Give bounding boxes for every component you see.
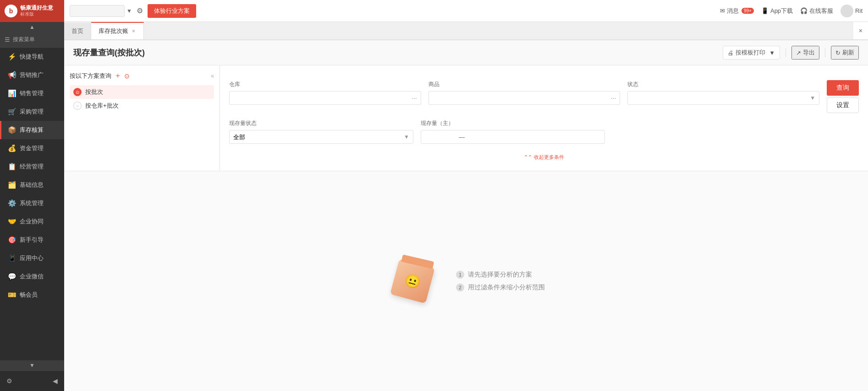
inventory-status-chevron-icon: ▼	[404, 134, 409, 140]
status-select[interactable]: 全部 正常 停用	[632, 94, 808, 101]
add-scheme-button[interactable]: ＋	[114, 71, 121, 81]
inventory-status-select-wrap[interactable]: 全部 ▼	[229, 130, 413, 144]
sidebar-item-marketing[interactable]: 📢 营销推广	[0, 66, 64, 84]
settings-footer-button[interactable]: ⚙	[5, 375, 14, 386]
sidebar: b 畅康通好生意 标准版 ▲ ☰ 搜索菜单 ⚡ 快捷导航 📢 营销推广 📊 销售…	[0, 0, 64, 391]
scroll-up-arrow[interactable]: ▲	[0, 22, 64, 32]
empty-face-icon: 😐	[403, 272, 422, 291]
page-title: 现存量查询(按批次)	[73, 47, 145, 58]
topbar-chevron-icon[interactable]: ▼	[126, 8, 132, 14]
export-button[interactable]: ↗ 导出	[791, 46, 819, 60]
refresh-button[interactable]: ↻ 刷新	[831, 46, 859, 60]
sidebar-item-label: 经营管理	[20, 163, 44, 171]
sidebar-item-inventory[interactable]: 📦 库存核算	[0, 121, 64, 139]
header-divider	[786, 48, 786, 57]
scheme-item-warehouse-batch[interactable]: ○ 按仓库+批次	[70, 99, 214, 113]
app-download-button[interactable]: 📱 App下载	[761, 7, 793, 15]
inventory-icon: 📦	[8, 126, 16, 134]
sidebar-item-sales[interactable]: 📊 销售管理	[0, 84, 64, 103]
sales-icon: 📊	[8, 89, 16, 98]
sidebar-item-label: 企业协同	[20, 217, 44, 226]
scheme-item-batch[interactable]: ⊙ 按批次	[70, 85, 214, 99]
collapse-left-panel-icon[interactable]: «	[211, 73, 214, 79]
query-buttons-group: 查询 设置	[827, 72, 859, 113]
sidebar-item-purchase[interactable]: 🛒 采购管理	[0, 103, 64, 121]
inventory-main-label: 现存量（主）	[421, 119, 605, 127]
sidebar-search-label: 搜索菜单	[13, 36, 35, 43]
empty-tip-1: 1 请先选择要分析的方案	[456, 271, 545, 279]
sidebar-item-finance[interactable]: 💰 资金管理	[0, 139, 64, 157]
empty-tips: 1 请先选择要分析的方案 2 用过滤条件来缩小分析范围	[456, 271, 545, 292]
warehouse-input-wrap[interactable]: ···	[229, 91, 421, 105]
query-button[interactable]: 查询	[827, 80, 859, 96]
tip-num-2: 2	[456, 283, 464, 292]
warehouse-input[interactable]	[233, 94, 410, 101]
tab-close-icon[interactable]: ×	[131, 27, 136, 35]
warehouse-field: 仓库 ···	[229, 81, 421, 105]
tip-num-1: 1	[456, 271, 464, 279]
app-version: 标准版	[20, 11, 53, 17]
page-content: 现存量查询(按批次) 🖨 按模板打印 ▼ ↗ 导出 ↻ 刷新	[64, 40, 868, 391]
product-input-wrap[interactable]: ···	[429, 91, 621, 105]
purchase-icon: 🛒	[8, 108, 16, 116]
tab-bar-close-button[interactable]: ×	[853, 22, 868, 39]
empty-tip-2: 2 用过滤条件来缩小分析范围	[456, 283, 545, 292]
template-print-button[interactable]: 🖨 按模板打印 ▼	[723, 46, 780, 60]
messages-button[interactable]: ✉ 消息 99+	[720, 7, 754, 15]
sidebar-item-wechat[interactable]: 💬 企业微信	[0, 267, 64, 286]
scheme-settings-icon[interactable]: ⊙	[124, 72, 130, 80]
collapse-sidebar-button[interactable]: ◀	[51, 375, 60, 386]
empty-box-shape: 😐	[390, 259, 435, 304]
scroll-down-arrow[interactable]: ▼	[0, 360, 64, 370]
topbar-search-input[interactable]	[70, 5, 125, 17]
finance-icon: 💰	[8, 144, 16, 152]
sidebar-item-appcenter[interactable]: 📱 应用中心	[0, 249, 64, 267]
cta-button[interactable]: 体验行业方案	[148, 4, 196, 18]
search-icon: ☰	[5, 36, 10, 43]
inventory-main-range-wrap[interactable]: —	[421, 130, 605, 144]
tab-home[interactable]: 首页	[64, 23, 91, 39]
inventory-main-from-input[interactable]	[425, 134, 457, 141]
sidebar-item-label: 应用中心	[20, 254, 44, 262]
sidebar-nav: ⚡ 快捷导航 📢 营销推广 📊 销售管理 🛒 采购管理 📦 库存核算 💰 资金管…	[0, 48, 64, 360]
app-download-label: App下载	[770, 7, 793, 15]
sidebar-item-system[interactable]: ⚙️ 系统管理	[0, 194, 64, 212]
refresh-icon: ↻	[835, 49, 841, 56]
topbar-left: ▼ ⚙ 体验行业方案	[70, 4, 716, 18]
product-field: 商品 ···	[429, 81, 621, 105]
tab-inventory-batch[interactable]: 库存批次账 ×	[91, 22, 144, 39]
online-support-button[interactable]: 🎧 在线客服	[800, 7, 833, 15]
product-dots-button[interactable]: ···	[611, 94, 616, 102]
sidebar-search[interactable]: ☰ 搜索菜单	[0, 32, 64, 48]
sidebar-item-basic[interactable]: 🗂️ 基础信息	[0, 176, 64, 194]
refresh-label: 刷新	[842, 49, 854, 57]
sidebar-item-operation[interactable]: 📋 经营管理	[0, 157, 64, 176]
inventory-main-to-input[interactable]	[467, 134, 499, 141]
sidebar-item-label: 基础信息	[20, 181, 44, 189]
filter-left-header: 按以下方案查询 ＋ ⊙ «	[70, 71, 214, 81]
collapse-more-label: 收起更多条件	[534, 154, 564, 161]
sidebar-item-label: 快捷导航	[20, 53, 44, 61]
user-profile[interactable]: Rit	[841, 5, 863, 17]
page-header: 现存量查询(按批次) 🖨 按模板打印 ▼ ↗ 导出 ↻ 刷新	[64, 40, 868, 65]
quick-nav-icon: ⚡	[8, 53, 16, 61]
inventory-status-select[interactable]: 全部	[233, 134, 402, 141]
status-field: 状态 全部 正常 停用 ▼	[627, 81, 819, 105]
range-dash: —	[459, 134, 465, 141]
filter-settings-button[interactable]: 设置	[827, 98, 859, 113]
newbie-icon: 🎯	[8, 236, 16, 244]
topbar-gear-icon[interactable]: ⚙	[135, 5, 145, 17]
status-select-wrap[interactable]: 全部 正常 停用 ▼	[627, 91, 819, 105]
warehouse-dots-button[interactable]: ···	[412, 94, 417, 102]
app-logo: b	[5, 5, 17, 17]
sidebar-item-member[interactable]: 🎫 畅会员	[0, 286, 64, 304]
sidebar-item-label: 资金管理	[20, 144, 44, 152]
sidebar-item-quick-nav[interactable]: ⚡ 快捷导航	[0, 48, 64, 66]
sidebar-item-label: 营销推广	[20, 71, 44, 79]
sidebar-item-newbie[interactable]: 🎯 新手引导	[0, 231, 64, 249]
sidebar-item-enterprise[interactable]: 🤝 企业协同	[0, 212, 64, 231]
sidebar-item-label: 系统管理	[20, 199, 44, 207]
collapse-more-button[interactable]: ⌃⌃ 收起更多条件	[229, 150, 859, 164]
product-input[interactable]	[433, 94, 609, 101]
filter-left-panel: 按以下方案查询 ＋ ⊙ « ⊙ 按批次 ○ 按仓库+批次	[64, 65, 220, 171]
